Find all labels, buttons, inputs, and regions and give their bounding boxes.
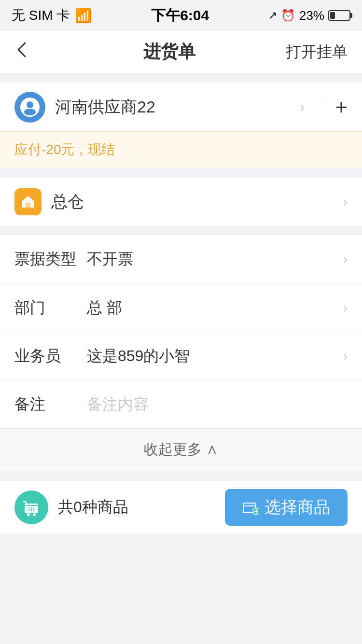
product-count-label: 共0种商品 [58,497,225,518]
form-section: 票据类型 不开票 › 部门 总 部 › 业务员 这是859的小智 › 备注 备注… [0,235,362,471]
status-bar: 无 SIM 卡 📶 下午6:04 ↗ ⏰ 23% [0,0,362,31]
svg-rect-2 [26,203,30,208]
section-gap-1 [0,73,362,83]
status-right: ↗ ⏰ 23% [268,8,350,23]
status-left: 无 SIM 卡 📶 [12,6,92,25]
remark-row[interactable]: 备注 备注内容 [0,380,362,428]
warehouse-chevron-icon: › [343,194,348,210]
carrier-label: 无 SIM 卡 [12,6,70,25]
notice-bar: 应付-20元，现结 [0,131,362,168]
main-background [0,533,362,644]
warehouse-icon [14,188,42,215]
battery-percent: 23% [299,8,324,23]
salesperson-chevron-icon: › [343,349,348,364]
add-supplier-button[interactable]: + [335,95,348,119]
select-product-button[interactable]: 选择商品 [225,489,348,526]
department-row[interactable]: 部门 总 部 › [0,283,362,332]
page-title: 进货单 [143,40,195,64]
status-time: 下午6:04 [151,6,209,26]
nav-bar: 进货单 打开挂单 [0,31,362,73]
svg-point-4 [27,513,30,516]
supplier-section: 河南供应商22 › + 应付-20元，现结 [0,83,362,168]
bottom-bar: 共0种商品 选择商品 [0,480,362,533]
select-product-label: 选择商品 [265,496,330,518]
collapse-button[interactable]: 收起更多 ∧ [0,428,362,471]
supplier-avatar [14,92,45,123]
salesperson-row[interactable]: 业务员 这是859的小智 › [0,332,362,380]
invoice-type-chevron-icon: › [343,252,348,267]
salesperson-value: 这是859的小智 [82,346,343,367]
invoice-type-label: 票据类型 [14,249,82,270]
warehouse-name: 总仓 [51,191,343,213]
supplier-name: 河南供应商22 [55,96,300,118]
svg-point-0 [27,101,33,108]
remark-input[interactable]: 备注内容 [82,394,348,415]
department-label: 部门 [14,297,82,319]
collapse-label: 收起更多 ∧ [144,440,218,460]
supplier-chevron-icon: › [300,99,305,115]
invoice-type-row[interactable]: 票据类型 不开票 › [0,235,362,283]
department-value: 总 部 [82,297,343,319]
salesperson-label: 业务员 [14,346,82,367]
invoice-type-value: 不开票 [82,249,343,270]
wifi-icon: 📶 [75,8,92,24]
section-gap-3 [0,225,362,235]
location-icon: ↗ [268,9,277,22]
supplier-row[interactable]: 河南供应商22 › + [0,83,362,131]
battery-icon [328,10,350,21]
back-button[interactable] [14,39,53,65]
section-gap-2 [0,168,362,177]
department-chevron-icon: › [343,300,348,316]
supplier-divider [327,95,327,119]
svg-point-5 [33,513,36,516]
alarm-icon: ⏰ [281,9,295,22]
notice-text: 应付-20元，现结 [14,142,115,157]
svg-point-1 [24,109,36,115]
warehouse-section: 总仓 › [0,177,362,225]
warehouse-row[interactable]: 总仓 › [0,177,362,225]
cart-icon [14,490,48,524]
open-pending-button[interactable]: 打开挂单 [286,42,348,63]
remark-label: 备注 [14,394,82,415]
